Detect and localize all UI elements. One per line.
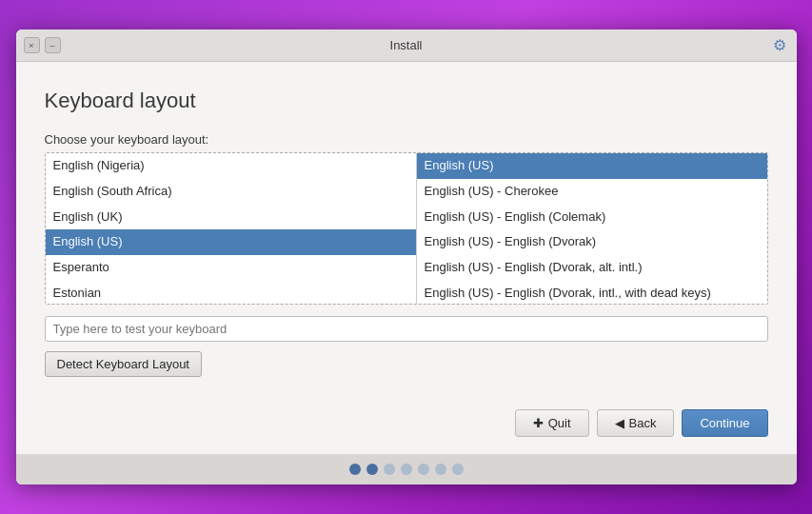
progress-dot-6: [435, 464, 446, 475]
list-item[interactable]: Esperanto: [46, 255, 416, 281]
variant-list[interactable]: English (US)English (US) - CherokeeEngli…: [417, 153, 767, 304]
back-icon: ◀: [615, 416, 624, 430]
list-item[interactable]: English (US) - Cherokee: [417, 179, 767, 205]
list-item[interactable]: English (US) - English (Dvorak, alt. int…: [417, 255, 767, 281]
list-item[interactable]: English (UK): [46, 205, 416, 230]
back-label: Back: [629, 416, 657, 430]
continue-button[interactable]: Continue: [682, 409, 767, 437]
list-item[interactable]: English (Nigeria): [46, 153, 416, 179]
minimize-button[interactable]: –: [45, 37, 61, 53]
list-item[interactable]: Estonian: [46, 281, 416, 304]
choose-label: Choose your keyboard layout:: [45, 132, 768, 147]
back-button[interactable]: ◀ Back: [597, 409, 675, 437]
close-button[interactable]: ×: [24, 37, 40, 53]
main-window: × – Install ⚙ Keyboard layout Choose you…: [16, 30, 797, 484]
layout-list[interactable]: English (Nigeria)English (South Africa)E…: [46, 153, 417, 304]
footer-actions: ✚ Quit ◀ Back Continue: [16, 396, 797, 454]
list-item[interactable]: English (US): [46, 229, 416, 255]
titlebar: × – Install ⚙: [16, 30, 797, 62]
window-controls: × –: [24, 37, 61, 53]
gear-icon[interactable]: ⚙: [770, 36, 789, 55]
keyboard-lists: English (Nigeria)English (South Africa)E…: [45, 152, 768, 305]
list-item[interactable]: English (South Africa): [46, 179, 416, 205]
list-item[interactable]: English (US): [417, 153, 767, 179]
progress-dot-2: [366, 464, 378, 475]
detect-layout-button[interactable]: Detect Keyboard Layout: [45, 351, 202, 377]
page-title: Keyboard layout: [45, 89, 768, 113]
list-item[interactable]: English (US) - English (Colemak): [417, 205, 767, 230]
list-item[interactable]: English (US) - English (Dvorak): [417, 229, 767, 255]
progress-dot-1: [349, 464, 361, 475]
quit-icon: ✚: [533, 416, 544, 430]
progress-dot-4: [401, 464, 412, 475]
progress-dot-5: [418, 464, 429, 475]
list-item[interactable]: English (US) - English (Dvorak, intl., w…: [417, 281, 767, 304]
window-title: Install: [390, 38, 423, 52]
keyboard-test-input[interactable]: [45, 316, 768, 342]
progress-dot-7: [452, 464, 464, 475]
quit-label: Quit: [548, 416, 571, 430]
content-area: Keyboard layout Choose your keyboard lay…: [16, 62, 797, 396]
quit-button[interactable]: ✚ Quit: [515, 409, 589, 437]
progress-bar: [16, 454, 797, 484]
progress-dot-3: [384, 464, 395, 475]
